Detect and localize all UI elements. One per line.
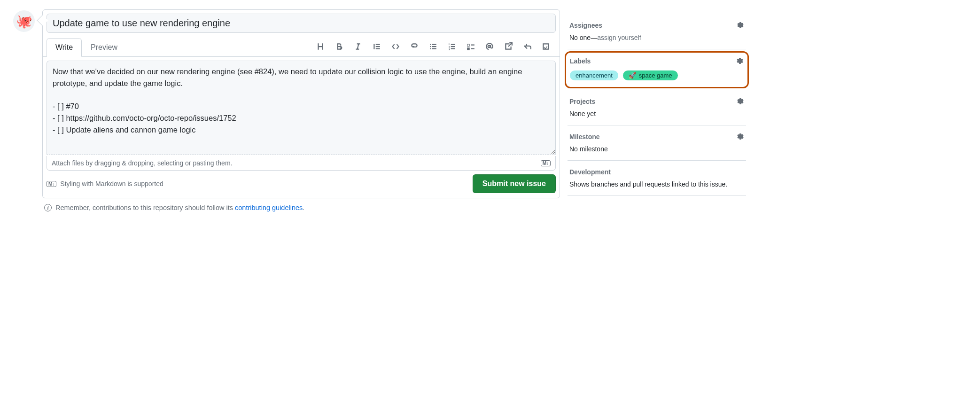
development-title: Development — [569, 168, 611, 176]
code-icon[interactable] — [390, 41, 401, 52]
heading-icon[interactable] — [315, 41, 326, 52]
mention-icon[interactable] — [484, 41, 495, 52]
contributing-note: i Remember, contributions to this reposi… — [42, 198, 560, 217]
gear-icon[interactable] — [737, 98, 744, 105]
gear-icon[interactable] — [737, 22, 744, 29]
contributing-suffix: . — [303, 204, 304, 211]
reply-icon[interactable] — [522, 41, 532, 52]
labels-title: Labels — [570, 57, 591, 65]
contributing-guidelines-link[interactable]: contributing guidelines — [235, 204, 303, 211]
sidebar-projects: Projects None yet — [568, 90, 746, 125]
ol-icon[interactable] — [447, 41, 457, 52]
new-issue-form: Write Preview — [42, 9, 560, 198]
markdown-badge-icon: M↓ — [541, 160, 551, 166]
contributing-prefix: Remember, contributions to this reposito… — [55, 204, 235, 211]
md-toolbar — [315, 39, 556, 56]
label-space-game[interactable]: 🚀 space game — [623, 70, 678, 80]
development-value: Shows branches and pull requests linked … — [569, 180, 744, 188]
sidebar-assignees: Assignees No one—assign yourself — [568, 14, 746, 49]
ul-icon[interactable] — [428, 41, 438, 52]
projects-title: Projects — [569, 98, 595, 105]
projects-value: None yet — [569, 110, 744, 117]
gear-icon[interactable] — [736, 57, 744, 65]
tab-write[interactable]: Write — [47, 38, 82, 57]
assignees-noone: No one— — [569, 34, 597, 41]
quote-icon[interactable] — [372, 41, 382, 52]
sidebar-labels-highlighted: Labels enhancement 🚀 space game — [565, 51, 749, 88]
italic-icon[interactable] — [353, 41, 363, 52]
issue-title-input[interactable] — [47, 14, 556, 33]
saved-replies-icon[interactable] — [541, 41, 551, 52]
avatar[interactable]: 🐙 — [13, 10, 35, 32]
markdown-supported-text: Styling with Markdown is supported — [60, 180, 163, 187]
sidebar-development: Development Shows branches and pull requ… — [568, 161, 746, 196]
gear-icon[interactable] — [737, 133, 744, 141]
attach-hint-text: Attach files by dragging & dropping, sel… — [52, 159, 232, 167]
rocket-icon: 🚀 — [629, 72, 636, 79]
milestone-title: Milestone — [569, 133, 600, 141]
submit-new-issue-button[interactable]: Submit new issue — [473, 174, 556, 193]
info-icon: i — [44, 204, 52, 211]
milestone-value: No milestone — [569, 145, 744, 153]
bold-icon[interactable] — [334, 41, 344, 52]
markdown-supported-link[interactable]: M↓ Styling with Markdown is supported — [47, 180, 163, 187]
assignees-title: Assignees — [569, 22, 602, 29]
link-icon[interactable] — [409, 41, 420, 52]
crossref-icon[interactable] — [503, 41, 513, 52]
label-enhancement[interactable]: enhancement — [570, 70, 618, 80]
assign-yourself-link[interactable]: assign yourself — [597, 34, 641, 41]
markdown-badge-icon: M↓ — [47, 181, 56, 187]
sidebar-milestone: Milestone No milestone — [568, 125, 746, 161]
tasklist-icon[interactable] — [466, 41, 476, 52]
tab-preview[interactable]: Preview — [82, 38, 126, 57]
issue-body-textarea[interactable] — [47, 61, 556, 155]
label-space-game-text: space game — [639, 72, 672, 79]
attach-files-hint[interactable]: Attach files by dragging & dropping, sel… — [47, 156, 556, 171]
